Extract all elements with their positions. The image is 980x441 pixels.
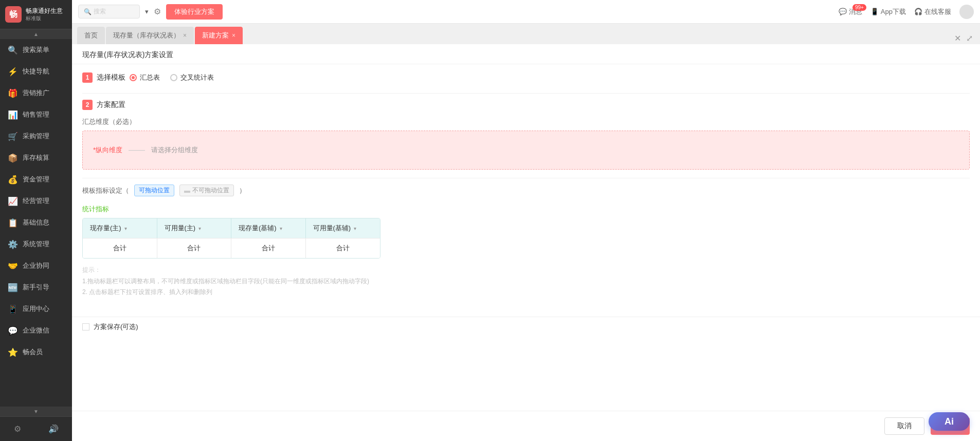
trial-button[interactable]: 体验行业方案 — [166, 4, 223, 20]
radio-cross-label: 交叉统计表 — [180, 73, 214, 82]
radio-cross[interactable]: 交叉统计表 — [170, 73, 214, 82]
topbar-right: 💬 消息 99+ 📱 App下载 🎧 在线客服 — [839, 5, 974, 19]
sidebar-item-label: 库存核算 — [23, 153, 49, 162]
radio-summary-label: 汇总表 — [140, 73, 160, 82]
save-checkbox[interactable] — [82, 323, 89, 330]
sidebar-item-enterprise[interactable]: 🤝 企业协同 — [0, 255, 72, 277]
save-section: 方案保存(可选) — [72, 317, 980, 337]
speaker-button[interactable]: 🔊 — [45, 421, 62, 437]
tab-new-plan[interactable]: 新建方案 × — [195, 27, 243, 44]
system-icon: ⚙️ — [8, 240, 17, 249]
sidebar-item-label: 企业微信 — [23, 326, 49, 335]
sidebar-item-label: 销售管理 — [23, 110, 49, 119]
col2-dropdown-icon[interactable]: ▾ — [198, 226, 201, 231]
radio-summary[interactable]: 汇总表 — [130, 73, 160, 82]
sidebar-item-sales[interactable]: 📊 销售管理 — [0, 104, 72, 125]
indicator-label-text: 模板指标设定（ — [82, 186, 129, 195]
ai-float-button[interactable]: Ai — [929, 412, 970, 431]
sidebar-item-wechat[interactable]: 💬 企业微信 — [0, 320, 72, 341]
tips-section: 提示： 1.拖动标题栏可以调整布局，不可跨维度或指标区域拖动栏目字段(只能在同一… — [82, 265, 970, 298]
dimension-section: 汇总维度（必选） *纵向维度 —— 请选择分组维度 — [82, 117, 970, 170]
tab-new-plan-close-icon[interactable]: × — [232, 32, 235, 39]
app-center-icon: 📱 — [8, 304, 17, 314]
operations-icon: 📈 — [8, 196, 17, 206]
tab-inventory-close-icon[interactable]: × — [183, 32, 187, 39]
app-name: 畅康通好生意 — [26, 7, 63, 15]
sidebar-item-label: 畅会员 — [23, 347, 43, 357]
enterprise-icon: 🤝 — [8, 261, 17, 270]
non-draggable-label: 不可拖动位置 — [192, 186, 229, 195]
dimension-area: *纵向维度 —— 请选择分组维度 — [82, 131, 970, 170]
template-section: 1 选择模板 汇总表 交叉统计表 — [82, 72, 970, 83]
settings-button[interactable]: ⚙ — [11, 421, 24, 437]
stats-table-body: 合计 合计 合计 合计 — [83, 238, 380, 258]
sidebar-item-app-center[interactable]: 📱 应用中心 — [0, 298, 72, 320]
stats-col-2[interactable]: 可用量(主) ▾ — [157, 218, 232, 238]
non-draggable-badge: ▬ 不可拖动位置 — [179, 185, 234, 196]
sidebar-item-quick-nav[interactable]: ⚡ 快捷导航 — [0, 61, 72, 82]
tip-1: 1.拖动标题栏可以调整布局，不可跨维度或指标区域拖动栏目字段(只能在同一维度或指… — [82, 276, 970, 287]
indicator-label: 模板指标设定（ 可拖动位置 ▬ 不可拖动位置 ） — [82, 185, 970, 196]
section2-title: 2 方案配置 — [82, 100, 970, 110]
stats-col-4-label: 可用量(基辅) — [313, 224, 351, 233]
sidebar-item-label: 新手引导 — [23, 283, 49, 292]
sidebar-item-label: 系统管理 — [23, 240, 49, 249]
topbar-dropdown[interactable]: ▾ — [145, 8, 149, 15]
sidebar-item-marketing[interactable]: 🎁 营销推广 — [0, 82, 72, 104]
col3-dropdown-icon[interactable]: ▾ — [280, 226, 282, 231]
tab-new-plan-label: 新建方案 — [202, 31, 229, 40]
save-label: 方案保存(可选) — [94, 322, 138, 332]
sidebar-item-purchase[interactable]: 🛒 采购管理 — [0, 125, 72, 147]
stats-table-header: 现存量(主) ▾ 可用量(主) ▾ 现存量(基辅) ▾ — [83, 218, 380, 238]
sidebar-item-basic-info[interactable]: 📋 基础信息 — [0, 212, 72, 233]
message-badge: 99+ — [852, 4, 866, 11]
dimension-label: 汇总维度（必选） — [82, 117, 970, 126]
sidebar-item-finance[interactable]: 💰 资金管理 — [0, 169, 72, 190]
sidebar-scroll-down[interactable]: ▼ — [0, 407, 72, 416]
stats-table: 现存量(主) ▾ 可用量(主) ▾ 现存量(基辅) ▾ — [82, 218, 380, 259]
inventory-icon: 📦 — [8, 153, 17, 162]
sidebar-item-label: 营销推广 — [23, 88, 49, 98]
panel-header: 现存量(库存状况表)方案设置 — [72, 44, 980, 64]
sidebar-scroll-up[interactable]: ▲ — [0, 29, 72, 39]
footer: 取消 查询 — [72, 411, 980, 441]
tab-home-label: 首页 — [84, 31, 98, 40]
panel-title: 现存量(库存状况表)方案设置 — [82, 50, 173, 59]
tip-2: 2. 点击标题栏下拉可设置排序、插入列和删除列 — [82, 287, 970, 298]
newbie-icon: 🆕 — [8, 283, 17, 292]
radio-cross-circle — [170, 74, 177, 81]
tab-home[interactable]: 首页 — [77, 27, 105, 44]
cancel-button[interactable]: 取消 — [884, 417, 924, 435]
topbar-gear[interactable]: ⚙ — [154, 7, 161, 16]
sidebar-item-system[interactable]: ⚙️ 系统管理 — [0, 233, 72, 255]
sidebar-item-operations[interactable]: 📈 经营管理 — [0, 190, 72, 212]
stats-title: 统计指标 — [82, 205, 970, 214]
tab-bar: 首页 现存量（库存状况表） × 新建方案 × ✕ ⤢ — [72, 24, 980, 44]
topbar-search[interactable]: 🔍 搜索 — [78, 5, 140, 19]
sidebar-item-inventory[interactable]: 📦 库存核算 — [0, 147, 72, 169]
stats-cell-3: 合计 — [231, 238, 306, 258]
section1-num: 1 — [82, 72, 93, 83]
stats-col-4[interactable]: 可用量(基辅) ▾ — [306, 218, 380, 238]
col1-dropdown-icon[interactable]: ▾ — [124, 226, 127, 231]
topbar: 🔍 搜索 ▾ ⚙ 体验行业方案 💬 消息 99+ 📱 App下载 🎧 在线客服 — [72, 0, 980, 24]
app-download-button[interactable]: 📱 App下载 — [870, 7, 906, 16]
sidebar-item-search-menu[interactable]: 🔍 搜索菜单 — [0, 39, 72, 61]
stats-col-3[interactable]: 现存量(基辅) ▾ — [231, 218, 306, 238]
tab-inventory-status[interactable]: 现存量（库存状况表） × — [106, 27, 194, 44]
sidebar-item-newbie[interactable]: 🆕 新手引导 — [0, 277, 72, 298]
sidebar-bottom: ⚙ 🔊 — [0, 416, 72, 441]
panel-expand-button[interactable]: ⤢ — [964, 32, 975, 44]
col4-dropdown-icon[interactable]: ▾ — [354, 226, 356, 231]
panel-close-button[interactable]: ✕ — [952, 32, 963, 44]
search-menu-icon: 🔍 — [8, 45, 17, 54]
message-button[interactable]: 💬 消息 99+ — [839, 7, 862, 16]
divider2 — [82, 178, 970, 178]
sidebar-item-label: 经营管理 — [23, 196, 49, 206]
sidebar-item-member[interactable]: ⭐ 畅会员 — [0, 341, 72, 363]
app-logo: 畅 畅康通好生意 标准版 — [0, 0, 72, 29]
main-area: 🔍 搜索 ▾ ⚙ 体验行业方案 💬 消息 99+ 📱 App下载 🎧 在线客服 — [72, 0, 980, 441]
user-avatar[interactable] — [959, 5, 974, 19]
stats-col-1[interactable]: 现存量(主) ▾ — [83, 218, 157, 238]
online-service-button[interactable]: 🎧 在线客服 — [914, 7, 951, 16]
